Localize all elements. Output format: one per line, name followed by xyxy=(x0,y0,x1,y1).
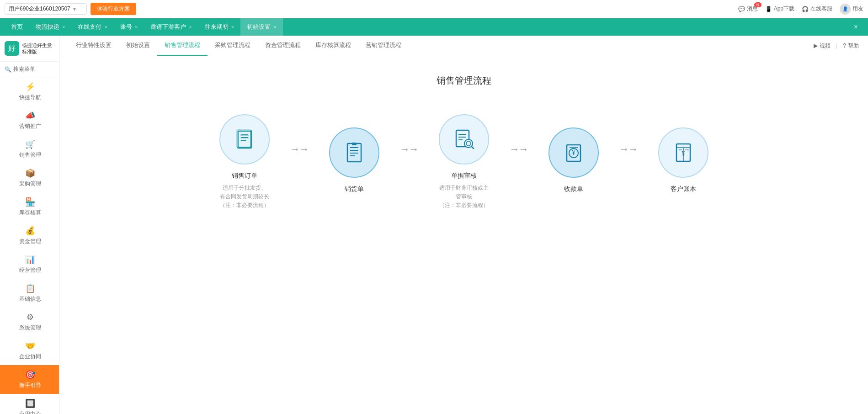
flow-step-sales-invoice: 销货单 xyxy=(313,127,395,197)
marketing-icon: 📣 xyxy=(25,111,35,121)
close-initial-icon[interactable]: × xyxy=(273,24,276,30)
user-selector-label: 用户690企业1660120507 xyxy=(9,5,70,13)
sidebar-item-marketing[interactable]: 📣 营销推广 xyxy=(0,106,59,135)
close-payment-icon[interactable]: × xyxy=(104,24,107,30)
sub-tab-inventory-flow[interactable]: 库存核算流程 xyxy=(308,36,358,56)
sidebar-item-purchase[interactable]: 📦 采购管理 xyxy=(0,164,59,192)
message-icon: 💬 xyxy=(738,6,745,12)
sidebar: 好 畅捷通好生意 标准版 🔍 搜索菜单 ⚡ 快捷导航 📣 营销推广 🛒 销售管理… xyxy=(0,36,59,414)
sub-tab-sales-flow[interactable]: 销售管理流程 xyxy=(157,36,208,56)
sidebar-item-label: 库存核算 xyxy=(19,209,41,217)
sidebar-item-system[interactable]: ⚙ 系统管理 xyxy=(0,308,59,336)
close-period-icon[interactable]: × xyxy=(231,24,234,30)
step-name-sales-invoice: 销货单 xyxy=(345,185,364,193)
top-bar-left: 用户690企业1660120507 ▾ 体验行业方案 xyxy=(5,3,136,15)
svg-rect-14 xyxy=(352,143,357,145)
tab-home[interactable]: 首页 xyxy=(5,18,29,36)
tab-account[interactable]: 账号 × xyxy=(114,18,144,36)
tab-payment-label: 在线支付 xyxy=(78,23,101,31)
sidebar-item-app-center[interactable]: 🔲 应用中心 xyxy=(0,394,59,414)
top-bar: 用户690企业1660120507 ▾ 体验行业方案 💬 消息 6 📱 App下… xyxy=(0,0,868,18)
tab-logistics-label: 物流快递 xyxy=(36,23,59,31)
sub-tab-purchase-flow[interactable]: 采购管理流程 xyxy=(208,36,258,56)
tab-initial-label: 初始设置 xyxy=(247,23,271,31)
trial-button[interactable]: 体验行业方案 xyxy=(91,3,136,15)
sidebar-item-label: 营销推广 xyxy=(19,122,41,130)
finance-icon: 💰 xyxy=(25,226,35,236)
sidebar-item-basic-info[interactable]: 📋 基础信息 xyxy=(0,279,59,308)
sidebar-item-enterprise-collab[interactable]: 🤝 企业协同 xyxy=(0,336,59,365)
user-selector[interactable]: 用户690企业1660120507 ▾ xyxy=(5,3,87,15)
sidebar-search-button[interactable]: 🔍 搜索菜单 xyxy=(0,62,59,77)
tab-logistics[interactable]: 物流快递 × xyxy=(29,18,71,36)
tab-initial-setup[interactable]: 初始设置 × xyxy=(240,18,282,36)
chevron-down-icon: ▾ xyxy=(73,6,76,12)
help-button[interactable]: ? 帮助 xyxy=(843,42,859,50)
sidebar-item-label: 销售管理 xyxy=(19,151,41,159)
sidebar-item-newbie-guide[interactable]: 🎯 新手引导 xyxy=(0,365,59,394)
tab-account-label: 账号 xyxy=(120,23,132,31)
sub-tab-industry[interactable]: 行业特性设置 xyxy=(69,36,119,56)
sidebar-item-finance[interactable]: 💰 资金管理 xyxy=(0,221,59,250)
step-name-doc-review: 单据审核 xyxy=(451,172,477,180)
sidebar-item-sales[interactable]: 🛒 销售管理 xyxy=(0,135,59,164)
tab-period-init[interactable]: 往来期初 × xyxy=(198,18,240,36)
close-invite-icon[interactable]: × xyxy=(189,24,192,30)
step-name-customer-ledger: 客户账本 xyxy=(671,185,696,193)
flow-arrow-2: →→ xyxy=(400,143,418,180)
enterprise-collab-icon: 🤝 xyxy=(25,341,35,351)
sidebar-item-inventory[interactable]: 🏪 库存核算 xyxy=(0,192,59,221)
close-all-tabs-button[interactable]: × xyxy=(848,23,863,31)
step-circle-customer-ledger[interactable]: ¥ xyxy=(658,127,708,178)
logo-icon: 好 xyxy=(5,41,19,56)
sidebar-item-label: 采购管理 xyxy=(19,180,41,188)
step-name-receipt: 收款单 xyxy=(564,185,583,193)
sidebar-item-operations[interactable]: 📊 经营管理 xyxy=(0,250,59,279)
sales-order-icon xyxy=(233,128,256,151)
sub-tab-initial-setup[interactable]: 初始设置 xyxy=(119,36,157,56)
tab-invite-downstream[interactable]: 邀请下游客户 × xyxy=(144,18,198,36)
flow-step-sales-order: 销售订单 适用于分批发货、有合同发货周期较长（注：非必要流程） xyxy=(203,114,286,210)
svg-line-20 xyxy=(472,147,474,149)
main-content: 行业特性设置 初始设置 销售管理流程 采购管理流程 资金管理流程 库存核算流程 … xyxy=(59,36,868,414)
sub-tab-finance-flow[interactable]: 资金管理流程 xyxy=(258,36,308,56)
app-download-button[interactable]: 📱 App下载 xyxy=(765,5,794,13)
user-profile-button[interactable]: 👤 用友 xyxy=(840,4,863,15)
sidebar-item-label: 经营管理 xyxy=(19,266,41,274)
logo-text: 畅捷通好生意 标准版 xyxy=(22,42,52,55)
newbie-guide-icon: 🎯 xyxy=(25,370,35,380)
step-circle-sales-invoice[interactable] xyxy=(329,127,379,178)
sub-tabs: 行业特性设置 初始设置 销售管理流程 采购管理流程 资金管理流程 库存核算流程 … xyxy=(59,36,868,56)
help-icon: ? xyxy=(843,42,846,49)
online-service-button[interactable]: 🎧 在线客服 xyxy=(802,5,832,13)
sidebar-item-label: 系统管理 xyxy=(19,324,41,332)
tab-period-label: 往来期初 xyxy=(205,23,229,31)
message-button[interactable]: 💬 消息 6 xyxy=(738,5,758,13)
service-icon: 🎧 xyxy=(802,6,809,12)
message-badge: 6 xyxy=(754,2,761,7)
tab-home-label: 首页 xyxy=(11,23,23,31)
step-circle-receipt[interactable]: ¥ xyxy=(548,127,599,178)
sub-tab-marketing-flow[interactable]: 营销管理流程 xyxy=(358,36,409,56)
operations-icon: 📊 xyxy=(25,255,35,265)
sales-invoice-icon xyxy=(343,141,366,164)
video-icon: ▶ xyxy=(814,42,818,49)
tab-payment[interactable]: 在线支付 × xyxy=(71,18,113,36)
flow-step-receipt: ¥ 收款单 xyxy=(533,127,615,197)
video-help-button[interactable]: ▶ 视频 xyxy=(814,42,831,50)
main-layout: 好 畅捷通好生意 标准版 🔍 搜索菜单 ⚡ 快捷导航 📣 营销推广 🛒 销售管理… xyxy=(0,36,868,414)
step-circle-sales-order[interactable] xyxy=(219,114,270,165)
search-icon: 🔍 xyxy=(5,66,11,73)
app-download-label: App下载 xyxy=(774,5,794,13)
sub-tabs-actions: ▶ 视频 | ? 帮助 xyxy=(814,42,859,50)
sidebar-logo: 好 畅捷通好生意 标准版 xyxy=(0,36,59,62)
sidebar-item-quick-nav[interactable]: ⚡ 快捷导航 xyxy=(0,77,59,106)
flow-title: 销售管理流程 xyxy=(87,74,841,87)
app-icon: 📱 xyxy=(765,6,772,12)
step-circle-doc-review[interactable] xyxy=(439,114,489,165)
close-account-icon[interactable]: × xyxy=(135,24,138,30)
flow-step-doc-review: 单据审核 适用于财务审核或主管审核（注：非必要流程） xyxy=(423,114,505,210)
inventory-icon: 🏪 xyxy=(25,197,35,207)
close-logistics-icon[interactable]: × xyxy=(62,24,65,30)
app-center-icon: 🔲 xyxy=(25,398,35,409)
